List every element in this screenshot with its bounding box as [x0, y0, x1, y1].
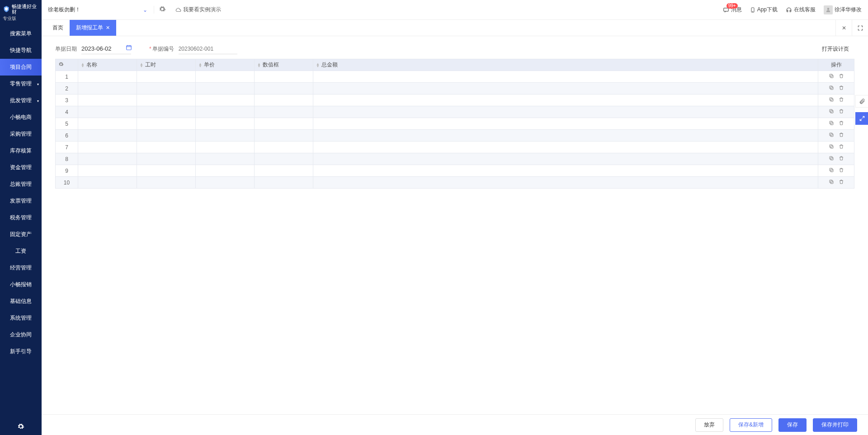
sidebar-item-10[interactable]: 发票管理 — [0, 193, 42, 209]
cell[interactable] — [313, 165, 818, 177]
sidebar-item-15[interactable]: 小畅报销 — [0, 276, 42, 293]
sidebar-item-13[interactable]: 工资 — [0, 243, 42, 260]
sidebar-item-1[interactable]: 快捷导航 — [0, 42, 42, 59]
cell[interactable] — [313, 130, 818, 142]
cell[interactable] — [196, 165, 255, 177]
discard-button[interactable]: 放弃 — [695, 418, 723, 432]
cell[interactable] — [255, 95, 313, 106]
cell[interactable] — [137, 142, 196, 153]
tab-1[interactable]: 新增报工单✕ — [70, 20, 116, 36]
cell[interactable] — [196, 71, 255, 83]
customer-service-button[interactable]: 在线客服 — [786, 6, 816, 14]
cell[interactable] — [313, 95, 818, 106]
cell[interactable] — [255, 130, 313, 142]
cell[interactable] — [78, 106, 137, 118]
cell[interactable] — [137, 118, 196, 130]
cell[interactable] — [313, 83, 818, 95]
attachment-button[interactable] — [855, 95, 868, 108]
row-delete-button[interactable] — [839, 132, 844, 139]
sidebar-item-14[interactable]: 经营管理 — [0, 260, 42, 276]
cell[interactable] — [78, 130, 137, 142]
org-selector[interactable]: 徐老板勿删！ ⌄ — [48, 6, 154, 14]
cell[interactable] — [196, 118, 255, 130]
cell[interactable] — [137, 165, 196, 177]
cell[interactable] — [255, 106, 313, 118]
row-delete-button[interactable] — [839, 109, 844, 115]
cell[interactable] — [78, 165, 137, 177]
cell[interactable] — [313, 106, 818, 118]
cell[interactable] — [313, 142, 818, 153]
app-download-button[interactable]: App下载 — [750, 6, 778, 14]
row-copy-button[interactable] — [829, 85, 834, 92]
cell[interactable] — [196, 95, 255, 106]
cell[interactable] — [78, 118, 137, 130]
column-settings-button[interactable] — [58, 62, 64, 68]
sidebar-item-5[interactable]: 小畅电商 — [0, 109, 42, 126]
sidebar-item-7[interactable]: 库存核算 — [0, 142, 42, 159]
save-button[interactable]: 保存 — [778, 418, 807, 432]
row-delete-button[interactable] — [839, 144, 844, 151]
cell[interactable] — [196, 106, 255, 118]
cell[interactable] — [255, 153, 313, 165]
row-copy-button[interactable] — [829, 179, 834, 186]
column-header-0[interactable]: ▲▼名称 — [78, 59, 137, 71]
row-copy-button[interactable] — [829, 167, 834, 174]
row-copy-button[interactable] — [829, 120, 834, 127]
calendar-icon[interactable] — [126, 44, 132, 52]
cell[interactable] — [137, 177, 196, 189]
messages-button[interactable]: 99+ 消息 — [723, 6, 742, 14]
column-header-1[interactable]: ▲▼工时 — [137, 59, 196, 71]
cell[interactable] — [78, 153, 137, 165]
cell[interactable] — [78, 71, 137, 83]
cell[interactable] — [196, 130, 255, 142]
row-copy-button[interactable] — [829, 97, 834, 104]
tab-close-all-button[interactable]: ✕ — [835, 20, 852, 36]
cell[interactable] — [137, 130, 196, 142]
cell[interactable] — [255, 165, 313, 177]
column-header-3[interactable]: ▲▼数值框 — [255, 59, 313, 71]
tab-0[interactable]: 首页 — [46, 20, 70, 36]
settings-gear-button[interactable] — [0, 419, 42, 435]
cell[interactable] — [78, 83, 137, 95]
open-designer-link[interactable]: 打开设计页 — [822, 45, 849, 53]
row-delete-button[interactable] — [839, 73, 844, 80]
close-icon[interactable]: ✕ — [106, 25, 110, 31]
expand-panel-button[interactable] — [855, 112, 868, 125]
cell[interactable] — [137, 95, 196, 106]
row-delete-button[interactable] — [839, 167, 844, 174]
sidebar-item-18[interactable]: 企业协同 — [0, 326, 42, 343]
row-delete-button[interactable] — [839, 85, 844, 92]
row-copy-button[interactable] — [829, 109, 834, 115]
sidebar-item-2[interactable]: 项目合同 — [0, 59, 42, 76]
sidebar-item-16[interactable]: 基础信息 — [0, 293, 42, 310]
cell[interactable] — [78, 177, 137, 189]
sidebar-item-11[interactable]: 税务管理 — [0, 209, 42, 226]
cell[interactable] — [313, 153, 818, 165]
row-delete-button[interactable] — [839, 97, 844, 104]
sidebar-item-19[interactable]: 新手引导 — [0, 343, 42, 360]
fullscreen-button[interactable] — [852, 20, 868, 36]
cell[interactable] — [196, 177, 255, 189]
cell[interactable] — [313, 71, 818, 83]
row-copy-button[interactable] — [829, 132, 834, 139]
cell[interactable] — [255, 142, 313, 153]
org-settings-button[interactable] — [159, 5, 166, 14]
cell[interactable] — [313, 118, 818, 130]
sidebar-item-3[interactable]: 零售管理▾ — [0, 76, 42, 92]
cell[interactable] — [255, 177, 313, 189]
cell[interactable] — [137, 71, 196, 83]
sidebar-item-4[interactable]: 批发管理▾ — [0, 92, 42, 109]
cell[interactable] — [137, 106, 196, 118]
sidebar-item-9[interactable]: 总账管理 — [0, 176, 42, 193]
sidebar-item-12[interactable]: 固定资产 — [0, 226, 42, 243]
row-copy-button[interactable] — [829, 73, 834, 80]
row-delete-button[interactable] — [839, 179, 844, 186]
sidebar-item-0[interactable]: 搜索菜单 — [0, 25, 42, 42]
row-delete-button[interactable] — [839, 156, 844, 162]
cell[interactable] — [255, 71, 313, 83]
cell[interactable] — [196, 153, 255, 165]
demo-link[interactable]: 我要看实例演示 — [175, 6, 221, 14]
sidebar-item-8[interactable]: 资金管理 — [0, 159, 42, 176]
row-delete-button[interactable] — [839, 120, 844, 127]
save-and-new-button[interactable]: 保存&新增 — [730, 418, 772, 432]
